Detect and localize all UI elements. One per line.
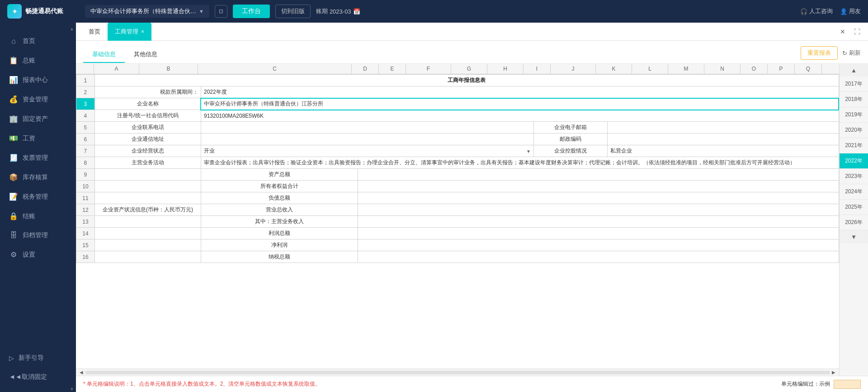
year-item-2017[interactable]: 2017年: [840, 76, 868, 92]
old-version-button[interactable]: 切到旧版: [275, 5, 311, 18]
cell-email-value[interactable]: [608, 122, 839, 134]
col-header-O: O: [741, 64, 768, 74]
cell-period-value[interactable]: 2022年度: [201, 86, 839, 98]
company-name: 中审众环会计师事务所（特殊普通合伙…: [90, 7, 196, 15]
cell-address-value[interactable]: [201, 134, 533, 145]
year-item-2022[interactable]: 2022年: [840, 153, 868, 169]
row-num-7: 7: [76, 145, 95, 157]
col-header-K: K: [596, 64, 632, 74]
sidebar-item-settings[interactable]: ⚙ 设置: [0, 245, 76, 264]
report-icon: 📊: [9, 76, 18, 84]
workbench-button[interactable]: 工作台: [233, 5, 270, 18]
year-item-2023[interactable]: 2023年: [840, 169, 868, 184]
sidebar-item-tax[interactable]: 📝 税务管理: [0, 187, 76, 206]
sidebar-item-invoice[interactable]: 🧾 发票管理: [0, 148, 76, 167]
year-item-2018[interactable]: 2018年: [840, 92, 868, 107]
table-row: 6 企业通信地址 邮政编码: [76, 134, 839, 145]
row-num-15: 15: [76, 239, 95, 251]
year-scroll-up-btn[interactable]: ▲: [840, 64, 868, 76]
table-row: 15 净利润: [76, 239, 839, 251]
sidebar-label-home: 首页: [23, 37, 35, 45]
h-scroll-bar: ◀ ▶: [76, 368, 839, 376]
col-header-N: N: [704, 64, 741, 74]
row-num-9: 9: [76, 169, 95, 181]
table-title[interactable]: 工商年报信息表: [94, 75, 839, 86]
table-row: 10 所有者权益合计: [76, 181, 839, 192]
cell-holding-value[interactable]: 私营企业: [608, 145, 839, 157]
sidebar-item-report[interactable]: 📊 报表中心: [0, 70, 76, 90]
cell-main-revenue-value[interactable]: [358, 216, 839, 228]
cell-equity-value[interactable]: [358, 181, 839, 192]
col-header-Q: Q: [795, 64, 822, 74]
sidebar-item-inventory[interactable]: 📦 库存核算: [0, 167, 76, 187]
cell-revenue-label: 营业总收入: [201, 204, 358, 216]
sidebar-item-finance[interactable]: 💰 资金管理: [0, 90, 76, 109]
sidebar-new-user[interactable]: ▷ 新手引导: [0, 349, 76, 368]
cell-tax-value[interactable]: [358, 251, 839, 263]
row-num-1: 1: [76, 75, 95, 86]
sidebar-pin[interactable]: ◄◄取消固定: [0, 368, 76, 387]
refresh-button[interactable]: ↻ 刷新: [842, 49, 861, 57]
sidebar-item-ledger[interactable]: 📋 总账: [0, 51, 76, 70]
cell-liabilities-value[interactable]: [358, 192, 839, 204]
table-row: 8 主营业务活动 审查企业会计报表；出具审计报告；验证企业资本；出具验资报告；办…: [76, 157, 839, 169]
year-item-2024[interactable]: 2024年: [840, 184, 868, 200]
tab-home[interactable]: 首页: [81, 23, 108, 41]
cell-net-profit-value[interactable]: [358, 239, 839, 251]
h-scroll-track[interactable]: [85, 371, 830, 374]
year-item-2025[interactable]: 2025年: [840, 200, 868, 215]
sidebar-scroll-up[interactable]: ▲: [70, 26, 74, 32]
cell-revenue-value[interactable]: [358, 204, 839, 216]
spreadsheet-container: A B C D E F G H I J K L M N O: [76, 64, 839, 376]
service-button[interactable]: 🎧 人工咨询: [800, 7, 833, 15]
cell-regcode-value[interactable]: 91320100MA208E5W6K: [201, 110, 839, 122]
cell-business-value[interactable]: 审查企业会计报表；出具审计报告；验证企业资本；出具验资报告；办理企业合开、分立、…: [201, 157, 839, 169]
company-selector[interactable]: 中审众环会计师事务所（特殊普通合伙… ▼: [85, 5, 209, 18]
row-num-4: 4: [76, 110, 95, 122]
cell-phone-value[interactable]: [201, 122, 533, 134]
sidebar-label-ledger: 总账: [23, 57, 35, 65]
year-scroll-down-btn[interactable]: ▼: [840, 230, 868, 243]
calendar-icon[interactable]: 📅: [353, 8, 360, 15]
year-item-2019[interactable]: 2019年: [840, 107, 868, 123]
cell-business-label: 主营业务活动: [94, 157, 201, 169]
year-item-2021[interactable]: 2021年: [840, 138, 868, 153]
cell-address-label: 企业通信地址: [94, 134, 201, 145]
sidebar-item-closing[interactable]: 🔒 结账: [0, 206, 76, 226]
tab-commerce[interactable]: 工商管理 ×: [108, 23, 151, 41]
sidebar-item-archive[interactable]: 🗄 归档管理: [0, 226, 76, 245]
bottom-tip: * 单元格编辑说明：1、点击单元格直接录入数值或文本。2、清空单元格数值或文本恢…: [83, 380, 321, 388]
sidebar-item-assets[interactable]: 🏢 固定资产: [0, 109, 76, 129]
copy-icon[interactable]: ⊡: [215, 5, 227, 18]
cell-assets-value[interactable]: [358, 169, 839, 181]
cell-email-label: 企业电子邮箱: [533, 122, 608, 134]
sub-tab-other[interactable]: 其他信息: [125, 47, 166, 63]
cell-row11-label: [94, 192, 201, 204]
cell-equity-label: 所有者权益合计: [201, 181, 358, 192]
sub-tab-basic[interactable]: 基础信息: [83, 47, 125, 63]
reset-report-button[interactable]: 重置报表: [801, 46, 838, 60]
user-button[interactable]: 👤 用友: [840, 7, 861, 15]
row-num-12: 12: [76, 204, 95, 216]
sidebar-item-home[interactable]: ⌂ 首页: [0, 32, 76, 51]
sidebar-item-salary[interactable]: 💵 工资: [0, 129, 76, 148]
sidebar-label-assets: 固定资产: [23, 115, 48, 123]
h-scroll-right-btn[interactable]: ▶: [830, 369, 837, 376]
cell-tax-label: 纳税总额: [201, 251, 358, 263]
cell-company-value[interactable]: 中审众环会计师事务所（特殊普通合伙）江苏分所: [201, 98, 839, 110]
cell-status-value[interactable]: 开业 ▼: [201, 145, 533, 157]
sub-tabs-bar: 基础信息 其他信息 重置报表 ↻ 刷新: [76, 41, 868, 64]
cell-row14-label: [94, 228, 201, 239]
year-item-2026[interactable]: 2026年: [840, 215, 868, 230]
tab-ctrl-close[interactable]: ✕: [837, 26, 848, 37]
h-scroll-left-btn[interactable]: ◀: [78, 369, 85, 376]
col-header-H: H: [487, 64, 524, 74]
tab-close-button[interactable]: ×: [141, 23, 144, 41]
cell-postcode-value[interactable]: [608, 134, 839, 145]
salary-icon: 💵: [9, 134, 18, 143]
cell-profit-value[interactable]: [358, 228, 839, 239]
sidebar-scroll-down[interactable]: ▼: [70, 387, 74, 392]
tabs-bar: 首页 工商管理 × ✕ ⛶: [76, 23, 868, 41]
year-item-2020[interactable]: 2020年: [840, 123, 868, 138]
tab-ctrl-maximize[interactable]: ⛶: [852, 26, 863, 37]
